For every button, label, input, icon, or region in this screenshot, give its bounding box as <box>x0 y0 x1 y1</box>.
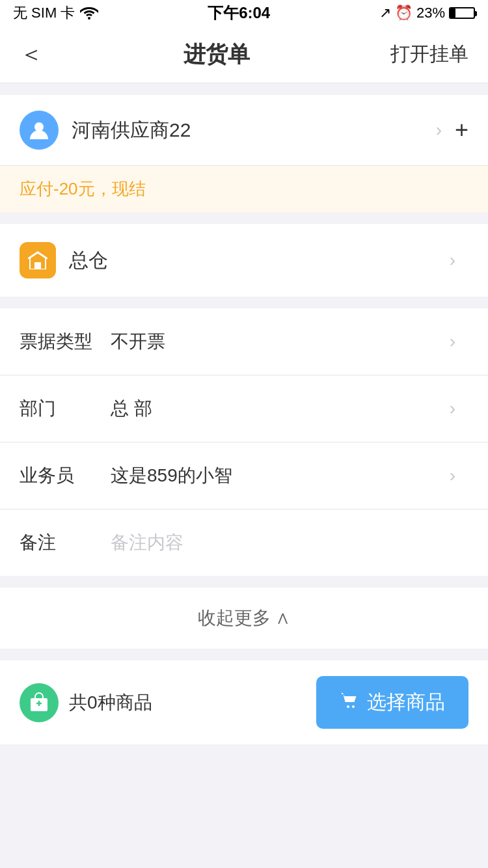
cart-svg <box>340 692 359 709</box>
alarm-icon: ⏰ <box>395 5 413 21</box>
open-hold-button[interactable]: 打开挂单 <box>390 41 468 68</box>
carrier-label: 无 SIM 卡 <box>13 3 75 23</box>
supplier-section: 河南供应商22 › + 应付-20元，现结 <box>0 95 488 212</box>
warehouse-section: 总仓 › <box>0 224 488 297</box>
department-chevron-icon: › <box>450 398 455 419</box>
content: 河南供应商22 › + 应付-20元，现结 总仓 › 票据类型 不开票 › <box>0 95 488 868</box>
invoice-type-label: 票据类型 <box>20 329 98 354</box>
svg-point-4 <box>352 705 355 708</box>
collapse-label: 收起更多 ∧ <box>198 606 291 631</box>
product-count-area: 共0种商品 <box>20 683 152 722</box>
product-icon-bg <box>20 683 59 722</box>
location-icon: ↗ <box>379 5 391 21</box>
invoice-type-row[interactable]: 票据类型 不开票 › <box>0 308 488 375</box>
remark-input[interactable]: 备注内容 <box>98 530 468 555</box>
department-value: 总 部 <box>98 396 450 421</box>
product-icon <box>28 692 50 714</box>
salesperson-chevron-icon: › <box>450 465 455 486</box>
remaining-space <box>0 744 488 868</box>
remark-row[interactable]: 备注 备注内容 <box>0 509 488 576</box>
person-icon <box>27 118 51 142</box>
svg-point-3 <box>347 705 349 708</box>
department-label: 部门 <box>20 396 98 421</box>
supplier-notice: 应付-20元，现结 <box>0 166 488 212</box>
svg-point-0 <box>34 122 44 131</box>
wifi-icon <box>80 7 98 20</box>
svg-rect-1 <box>34 262 41 269</box>
supplier-chevron-icon: › <box>436 120 442 141</box>
invoice-chevron-icon: › <box>450 331 455 352</box>
warehouse-icon <box>27 249 49 271</box>
supplier-name: 河南供应商22 <box>72 117 436 144</box>
collapse-row[interactable]: 收起更多 ∧ <box>0 588 488 649</box>
select-product-button[interactable]: 选择商品 <box>316 676 468 729</box>
warehouse-chevron-icon: › <box>450 250 455 271</box>
supplier-row[interactable]: 河南供应商22 › + <box>0 95 488 166</box>
remark-label: 备注 <box>20 530 98 555</box>
status-bar: 无 SIM 卡 下午6:04 ↗ ⏰ 23% <box>0 0 488 26</box>
status-time: 下午6:04 <box>208 3 270 23</box>
battery-icon <box>449 7 475 19</box>
status-right: ↗ ⏰ 23% <box>379 5 475 21</box>
salesperson-label: 业务员 <box>20 463 98 488</box>
warehouse-row[interactable]: 总仓 › <box>0 224 488 297</box>
back-button[interactable]: ＜ <box>20 38 43 70</box>
cart-icon <box>340 692 359 713</box>
add-supplier-button[interactable]: + <box>455 116 468 144</box>
salesperson-row[interactable]: 业务员 这是859的小智 › <box>0 442 488 509</box>
product-count-text: 共0种商品 <box>69 690 152 715</box>
invoice-type-value: 不开票 <box>98 329 450 354</box>
select-product-label: 选择商品 <box>367 689 445 716</box>
bottom-section: 共0种商品 选择商品 <box>0 660 488 744</box>
nav-bar: ＜ 进货单 打开挂单 <box>0 26 488 83</box>
form-section: 票据类型 不开票 › 部门 总 部 › 业务员 这是859的小智 › 备注 备注… <box>0 308 488 576</box>
status-left: 无 SIM 卡 <box>13 3 98 23</box>
battery-text: 23% <box>416 5 445 21</box>
warehouse-name: 总仓 <box>69 247 450 274</box>
page-title: 进货单 <box>183 40 250 70</box>
warehouse-icon-bg <box>20 242 56 278</box>
department-row[interactable]: 部门 总 部 › <box>0 375 488 442</box>
notice-text: 应付-20元，现结 <box>20 179 146 198</box>
supplier-avatar <box>20 111 59 150</box>
salesperson-value: 这是859的小智 <box>98 463 450 488</box>
